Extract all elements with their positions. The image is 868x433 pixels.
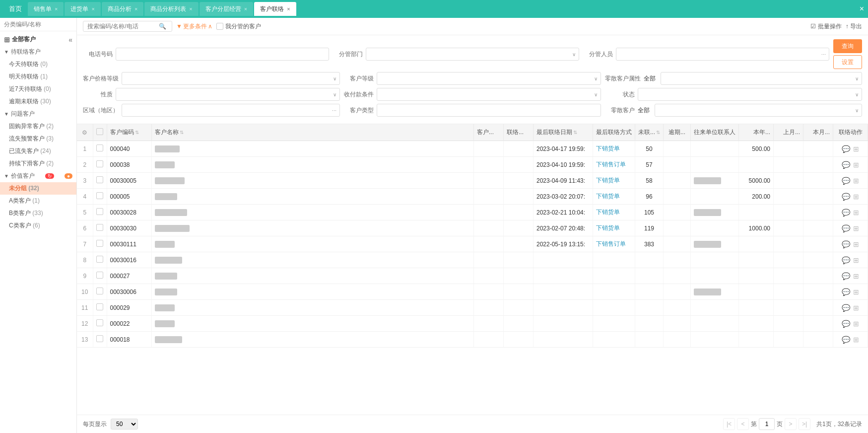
page-number-input[interactable]	[759, 418, 775, 430]
row-checkbox[interactable]	[93, 268, 107, 284]
my-customers-checkbox[interactable]: 我分管的客户	[216, 22, 261, 31]
collapse-icon[interactable]: «	[68, 36, 72, 44]
row-checkbox[interactable]	[93, 173, 107, 189]
export-button[interactable]: ↑ 导出	[846, 22, 862, 31]
last-contact-way[interactable]: 下销货单	[593, 205, 635, 220]
payment-select[interactable]: ∨	[377, 88, 601, 101]
price-level-select[interactable]: ∨	[122, 72, 340, 85]
more-action-icon[interactable]: ⊞	[853, 145, 859, 153]
sidebar-item-class-b[interactable]: B类客户 (33)	[0, 207, 76, 219]
close-icon[interactable]: ×	[287, 6, 290, 12]
last-contact-way[interactable]: 下销售订单	[593, 157, 635, 173]
last-way-link[interactable]: 下销货单	[596, 193, 620, 200]
status-select[interactable]: ∨	[638, 88, 862, 101]
chat-icon[interactable]: 💬	[842, 320, 850, 328]
checkbox-column-header[interactable]	[93, 124, 107, 141]
sidebar-item-tomorrow-pending[interactable]: 明天待联络 (1)	[0, 71, 76, 83]
prev-page-button[interactable]: <	[737, 418, 749, 430]
more-action-icon[interactable]: ⊞	[853, 288, 859, 296]
next-page-button[interactable]: >	[785, 418, 797, 430]
sidebar-item-declining[interactable]: 持续下滑客户 (2)	[0, 157, 76, 170]
name-column-header[interactable]: 客户名称	[151, 124, 473, 141]
tab-sales-order[interactable]: 销售单 ×	[28, 2, 64, 16]
row-checkbox[interactable]	[93, 316, 107, 332]
chat-icon[interactable]: 💬	[842, 224, 850, 232]
chat-icon[interactable]: 💬	[842, 161, 850, 169]
chat-icon[interactable]: 💬	[842, 288, 850, 296]
all-customers-header[interactable]: ⊞ 全部客户 «	[0, 31, 76, 46]
close-icon[interactable]: ×	[244, 6, 247, 12]
last-way-link[interactable]: 下销货单	[596, 177, 620, 184]
last-page-button[interactable]: >|	[799, 418, 810, 430]
more-action-icon[interactable]: ⊞	[853, 193, 859, 201]
type-column-header[interactable]: 客户...	[473, 124, 503, 141]
tab-purchase-order[interactable]: 进货单 ×	[65, 2, 100, 16]
more-action-icon[interactable]: ⊞	[853, 304, 859, 312]
window-close-button[interactable]: ×	[860, 4, 864, 13]
sidebar-item-churn-warning[interactable]: 流失预警客户 (3)	[0, 133, 76, 145]
region-select[interactable]: ···	[122, 104, 340, 117]
first-page-button[interactable]: |<	[723, 418, 735, 430]
chat-icon[interactable]: 💬	[842, 177, 850, 185]
last-way-link[interactable]: 下销售订单	[596, 161, 626, 168]
chat-icon[interactable]: 💬	[842, 336, 850, 344]
chat-icon[interactable]: 💬	[842, 240, 850, 248]
sidebar-group-value[interactable]: ▼ 价值客户 ↻ ●	[0, 170, 76, 182]
row-checkbox[interactable]	[93, 189, 107, 205]
overdue-column-header[interactable]: 逾期...	[664, 124, 691, 141]
sidebar-search-input[interactable]	[4, 21, 77, 28]
sidebar-item-7days-pending[interactable]: 近7天待联络 (0)	[0, 83, 76, 95]
batch-ops-button[interactable]: ☑ 批量操作	[810, 22, 841, 31]
retail-attr-select[interactable]: ∨	[661, 72, 862, 85]
last-contact-way[interactable]: 下销货单	[593, 220, 635, 236]
row-checkbox[interactable]	[93, 252, 107, 268]
unlinked-sort[interactable]: 未联...	[638, 128, 660, 137]
sidebar-item-today-pending[interactable]: 今天待联络 (0)	[0, 58, 76, 71]
sidebar-item-class-a[interactable]: A类客户 (1)	[0, 195, 76, 207]
last-date-sort[interactable]: 最后联络日期	[536, 128, 590, 137]
close-icon[interactable]: ×	[55, 6, 58, 12]
chat-icon[interactable]: 💬	[842, 256, 850, 264]
more-action-icon[interactable]: ⊞	[853, 209, 859, 216]
contact-column-header[interactable]: 联络...	[503, 124, 533, 141]
chat-icon[interactable]: 💬	[842, 272, 850, 280]
sidebar-item-churned[interactable]: 已流失客户 (24)	[0, 145, 76, 157]
last-date-column-header[interactable]: 最后联络日期	[533, 124, 593, 141]
chat-icon[interactable]: 💬	[842, 304, 850, 312]
checkbox-icon[interactable]	[216, 23, 223, 30]
more-action-icon[interactable]: ⊞	[853, 161, 859, 169]
tab-customer-segmentation[interactable]: 客户分层经营 ×	[200, 2, 253, 16]
settings-column-header[interactable]: ⚙	[77, 124, 93, 141]
sidebar-item-overdue-pending[interactable]: 逾期未联络 (30)	[0, 95, 76, 108]
more-action-icon[interactable]: ⊞	[853, 336, 859, 344]
more-conditions-button[interactable]: ▼ 更多条件 ∧	[176, 22, 212, 31]
close-icon[interactable]: ×	[91, 6, 94, 12]
search-icon[interactable]: 🔍	[159, 23, 166, 30]
reset-button[interactable]: 设置	[833, 55, 862, 69]
more-action-icon[interactable]: ⊞	[853, 177, 859, 185]
code-sort[interactable]: 客户编码	[110, 128, 148, 137]
code-column-header[interactable]: 客户编码	[107, 124, 151, 141]
last-contact-way[interactable]: 下销货单	[593, 141, 635, 157]
row-checkbox[interactable]	[93, 300, 107, 316]
more-action-icon[interactable]: ⊞	[853, 320, 859, 328]
phone-input[interactable]	[116, 48, 329, 61]
gender-select[interactable]: ∨	[116, 88, 340, 101]
sidebar-item-abnormal[interactable]: 固购异常客户 (2)	[0, 120, 76, 133]
sidebar-group-pending[interactable]: ▼ 待联络客户	[0, 46, 76, 58]
last-way-link[interactable]: 下销货单	[596, 224, 620, 231]
tab-customer-contact[interactable]: 客户联络 ×	[254, 2, 296, 16]
refresh-badge[interactable]: ↻	[45, 173, 54, 179]
last-way-link[interactable]: 下销售订单	[596, 240, 626, 247]
retail-customer-select[interactable]: ∨	[655, 104, 862, 117]
chat-icon[interactable]: 💬	[842, 145, 850, 153]
row-checkbox[interactable]	[93, 141, 107, 157]
last-way-link[interactable]: 下销货单	[596, 145, 620, 152]
home-tab[interactable]: 首页	[4, 4, 27, 13]
last-way-link[interactable]: 下销货单	[596, 209, 620, 216]
close-icon[interactable]: ×	[134, 6, 137, 12]
last-contact-way[interactable]: 下销货单	[593, 189, 635, 205]
row-checkbox[interactable]	[93, 205, 107, 220]
manager-select[interactable]: ···	[616, 48, 829, 61]
close-icon[interactable]: ×	[189, 6, 192, 12]
